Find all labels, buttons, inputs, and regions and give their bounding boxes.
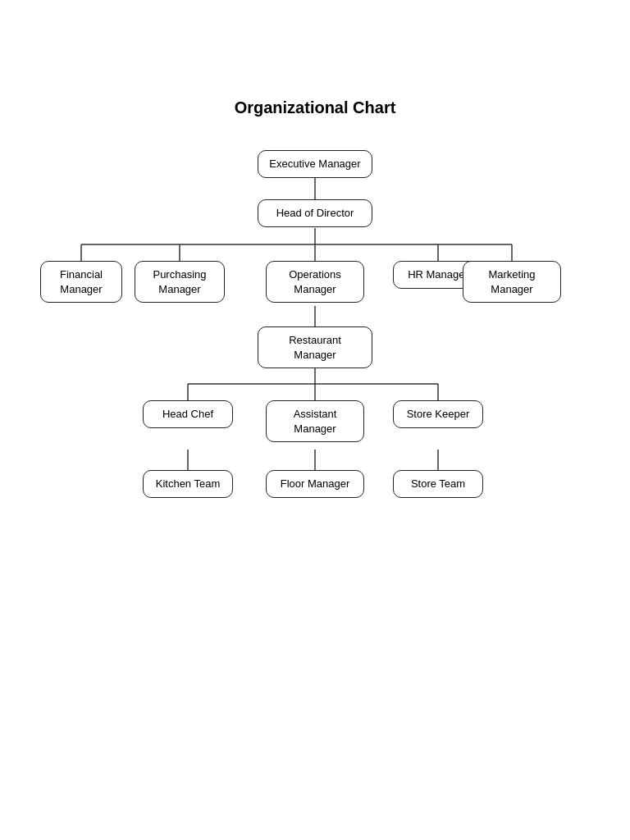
head-chef-node: Head Chef: [143, 400, 233, 428]
operations-manager-node: Operations Manager: [266, 261, 364, 303]
kitchen-team-node: Kitchen Team: [143, 470, 233, 498]
purchasing-manager-node: Purchasing Manager: [135, 261, 225, 303]
page-title: Organizational Chart: [235, 98, 396, 117]
floor-manager-node: Floor Manager: [266, 470, 364, 498]
executive-manager-node: Executive Manager: [258, 150, 372, 178]
store-team-node: Store Team: [393, 470, 483, 498]
restaurant-manager-node: Restaurant Manager: [258, 326, 372, 368]
financial-manager-node: Financial Manager: [40, 261, 122, 303]
store-keeper-node: Store Keeper: [393, 400, 483, 428]
assistant-manager-node: Assistant Manager: [266, 400, 364, 442]
org-chart-container: Executive Manager Head of Director Finan…: [36, 142, 594, 618]
marketing-manager-node: Marketing Manager: [463, 261, 561, 303]
head-of-director-node: Head of Director: [258, 199, 372, 227]
